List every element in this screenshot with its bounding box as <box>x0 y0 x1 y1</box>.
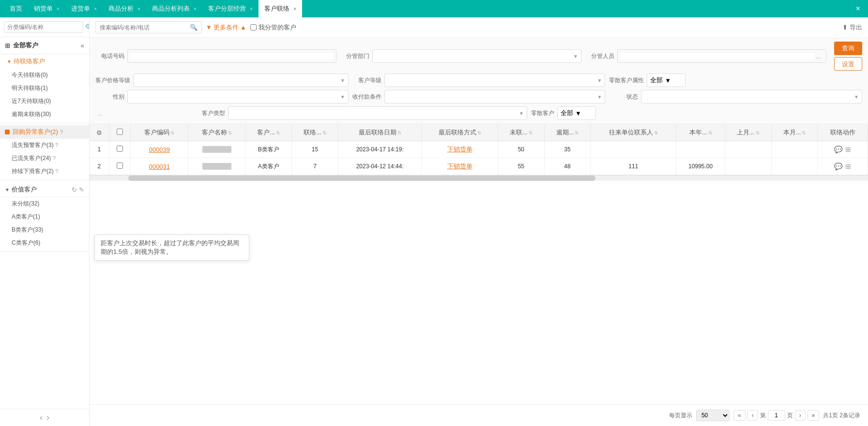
nav-close-contact[interactable]: × <box>293 6 296 12</box>
nav-close-purchase[interactable]: × <box>94 6 97 12</box>
nav-purchase[interactable]: 进货单 × <box>65 0 103 17</box>
page-input[interactable] <box>768 410 785 421</box>
prev-page-btn[interactable]: ‹ <box>747 410 758 421</box>
search-input[interactable] <box>100 24 190 31</box>
sort-last-month[interactable]: ⇅ <box>756 130 760 135</box>
sidebar-item-lost[interactable]: 已流失客户(24) ? <box>0 152 89 165</box>
cust-type-select[interactable]: ▼ <box>228 106 527 120</box>
nav-close-tier[interactable]: × <box>250 6 253 12</box>
sidebar-item-ungroup[interactable]: 未分组(32) <box>0 197 89 210</box>
sort-cust-type[interactable]: ⇅ <box>276 130 280 135</box>
phone-input[interactable] <box>131 53 333 59</box>
row-checkbox-2[interactable] <box>117 162 123 169</box>
nav-close-sales[interactable]: × <box>57 6 60 12</box>
dept-select[interactable]: ▼ <box>372 49 581 63</box>
search-icon[interactable]: 🔍 <box>190 24 198 31</box>
nav-close-product[interactable]: × <box>137 6 140 12</box>
settings-button[interactable]: 设置 <box>834 57 862 71</box>
sidebar-item-a-class[interactable]: A类客户(1) <box>0 210 89 223</box>
th-settings[interactable]: ⚙ <box>90 124 109 141</box>
sort-overdue[interactable]: ⇅ <box>575 130 579 135</box>
nav-sales[interactable]: 销货单 × <box>28 0 65 17</box>
gender-select[interactable]: ▼ <box>127 90 349 103</box>
sort-contact[interactable]: ⇅ <box>322 130 326 135</box>
payment-select[interactable]: ▼ <box>384 90 606 103</box>
manager-input[interactable] <box>621 53 814 59</box>
cell-contact-2: 7 <box>292 158 338 175</box>
message-icon-1[interactable]: 💬 <box>834 146 842 153</box>
status-select[interactable]: ▼ <box>641 90 862 103</box>
sidebar-item-tomorrow[interactable]: 明天待联络(1) <box>0 82 89 95</box>
sidebar-scroll-left[interactable]: ‹ <box>40 412 43 423</box>
sidebar-collapse-btn[interactable]: « <box>80 42 84 49</box>
extra-dots[interactable]: ... <box>97 110 103 117</box>
sidebar-search-input[interactable] <box>4 21 83 33</box>
sort-this-year[interactable]: ⇅ <box>708 130 712 135</box>
sidebar-item-today[interactable]: 今天待联络(0) <box>0 69 89 82</box>
th-name: 客户名称⇅ <box>188 124 245 141</box>
group-waiting-contact[interactable]: ▼ 待联络客户 <box>0 54 89 69</box>
zero-attr-select[interactable]: 全部 ▼ <box>647 73 685 87</box>
cust-level-select[interactable]: ▼ <box>384 73 606 87</box>
row-checkbox-1[interactable] <box>117 146 123 152</box>
sidebar-item-c-class[interactable]: C类客户(6) <box>0 236 89 250</box>
qr-icon-1[interactable]: ⊞ <box>845 146 851 153</box>
first-page-btn[interactable]: « <box>733 410 746 421</box>
select-all-checkbox[interactable] <box>117 129 123 135</box>
more-conditions-btn[interactable]: ▼ 更多条件 ▲ <box>206 23 246 32</box>
next-page-btn[interactable]: › <box>795 410 806 421</box>
sidebar-item-declining[interactable]: 持续下滑客户(2) ? <box>0 165 89 178</box>
per-page-select[interactable]: 50 100 200 <box>696 410 730 421</box>
group-abnormal-label: 回购异常客户(2) <box>13 128 58 136</box>
sidebar-scroll-right[interactable]: › <box>46 412 49 423</box>
sort-company-contact[interactable]: ⇅ <box>654 130 658 135</box>
nav-close-plist[interactable]: × <box>194 6 197 12</box>
group-abnormal-repeat[interactable]: 回购异常客户(2) ? <box>0 125 89 139</box>
sort-name[interactable]: ⇅ <box>228 130 232 135</box>
last-method-link-1[interactable]: 下销货单 <box>447 146 472 153</box>
sort-unread[interactable]: ⇅ <box>529 130 533 135</box>
edit-icon[interactable]: ✎ <box>79 186 84 193</box>
horizontal-scrollbar[interactable] <box>90 175 868 181</box>
sidebar-item-loss-warning[interactable]: 流失预警客户(3) ? <box>0 139 89 152</box>
nav-product-analysis[interactable]: 商品分析 × <box>103 0 146 17</box>
nav-home[interactable]: 首页 <box>4 0 28 17</box>
sort-this-month[interactable]: ⇅ <box>802 130 806 135</box>
query-button[interactable]: 查询 <box>834 42 862 55</box>
cell-code-2: 000031 <box>131 158 188 175</box>
cust-type-chevron: ▼ <box>519 111 524 116</box>
last-page-btn[interactable]: » <box>807 410 820 421</box>
nav-customer-tier[interactable]: 客户分层经营 × <box>202 0 259 17</box>
zero-cust-val: 全部 <box>561 109 573 118</box>
sort-last-method[interactable]: ⇅ <box>477 130 481 135</box>
sort-last-date[interactable]: ⇅ <box>397 130 401 135</box>
customer-code-link-2[interactable]: 000031 <box>149 163 170 170</box>
customer-code-link-1[interactable]: 000039 <box>149 146 170 153</box>
price-level-select[interactable]: ▼ <box>133 73 349 87</box>
qr-icon-2[interactable]: ⊞ <box>845 162 851 170</box>
manager-dots[interactable]: ... <box>816 53 821 60</box>
message-icon-2[interactable]: 💬 <box>834 162 842 170</box>
gender-chevron: ▼ <box>340 94 345 100</box>
cust-type-field: 客户类型 ▼ <box>196 106 527 120</box>
col-settings-icon[interactable]: ⚙ <box>96 129 102 136</box>
nav-close-all[interactable]: × <box>852 4 864 13</box>
sort-code[interactable]: ⇅ <box>170 130 174 135</box>
per-page-label: 每页显示 <box>669 411 692 420</box>
cell-last-month-1 <box>725 141 771 158</box>
export-btn[interactable]: ⬆ 导出 <box>842 23 862 32</box>
more-conditions-label: 更多条件 <box>213 23 239 32</box>
sidebar-item-overdue[interactable]: 逾期未联络(30) <box>0 108 89 121</box>
nav-customer-contact[interactable]: 客户联络 × <box>259 0 302 17</box>
last-method-link-2[interactable]: 下销货单 <box>447 162 472 170</box>
group-value-label[interactable]: ▼ 价值客户 ↻ ✎ <box>0 182 89 197</box>
refresh-icon[interactable]: ↻ <box>72 186 77 193</box>
sidebar-search-button[interactable]: 🔍 <box>83 24 90 31</box>
sidebar-item-b-class[interactable]: B类客户(33) <box>0 223 89 236</box>
nav-product-list[interactable]: 商品分析列表 × <box>146 0 202 17</box>
my-customers-checkbox[interactable] <box>250 24 257 30</box>
sidebar-item-7days[interactable]: 近7天待联络(0) <box>0 95 89 108</box>
sidebar-all-customers-header[interactable]: ⊞ 全部客户 « <box>0 37 89 54</box>
cell-index-2: 2 <box>90 158 109 175</box>
zero-cust-select[interactable]: 全部 ▼ <box>557 106 596 120</box>
